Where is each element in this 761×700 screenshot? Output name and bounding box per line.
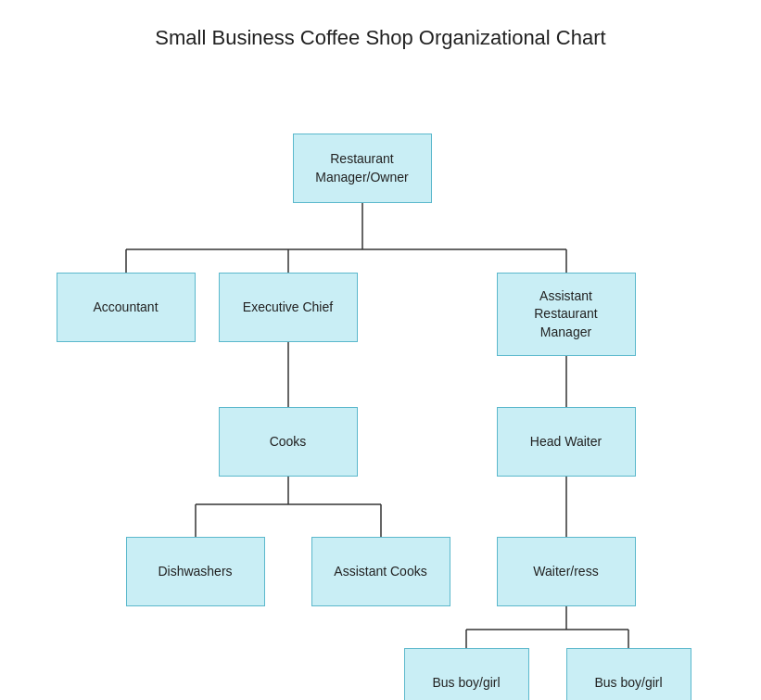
node-accountant: Accountant	[57, 273, 196, 342]
node-asst-manager: Assistant Restaurant Manager	[497, 273, 636, 356]
node-busboy2: Bus boy/girl	[566, 648, 691, 700]
node-dishwashers: Dishwashers	[126, 537, 265, 606]
page-title: Small Business Coffee Shop Organizationa…	[155, 26, 605, 50]
node-manager: Restaurant Manager/Owner	[293, 134, 432, 203]
org-chart: Restaurant Manager/Owner Accountant Exec…	[19, 78, 742, 690]
node-cooks: Cooks	[219, 407, 358, 477]
node-waitress: Waiter/ress	[497, 537, 636, 606]
node-busboy1: Bus boy/girl	[404, 648, 529, 700]
node-head-waiter: Head Waiter	[497, 407, 636, 477]
node-exec-chief: Executive Chief	[219, 273, 358, 342]
node-asst-cooks: Assistant Cooks	[311, 537, 450, 606]
